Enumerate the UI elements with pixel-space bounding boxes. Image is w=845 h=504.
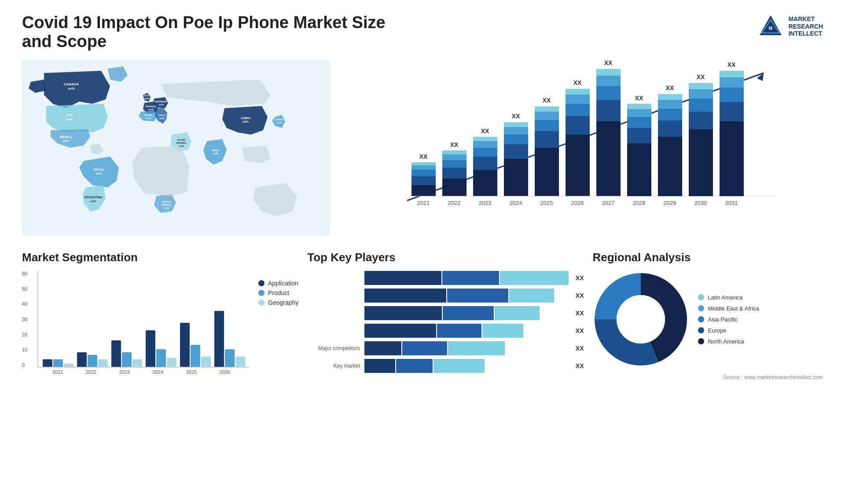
svg-text:CANADA: CANADA bbox=[64, 82, 79, 86]
seg-bar-geo bbox=[98, 359, 108, 367]
svg-text:AFRICA: AFRICA bbox=[162, 204, 172, 206]
seg-bar-prod bbox=[191, 345, 200, 367]
svg-rect-39 bbox=[411, 176, 436, 185]
top-bar-chart: XX XX XX XX bbox=[343, 60, 823, 227]
svg-text:SOUTH: SOUTH bbox=[162, 201, 171, 203]
svg-rect-107 bbox=[689, 89, 713, 99]
svg-text:XX: XX bbox=[727, 61, 736, 68]
logo-text: MARKET RESEARCH INTELLECT bbox=[788, 15, 823, 37]
svg-text:FRANCE: FRANCE bbox=[146, 105, 157, 108]
player-seg-dark bbox=[364, 289, 446, 303]
legend-dot-latin-america bbox=[698, 294, 704, 300]
svg-point-121 bbox=[617, 295, 665, 343]
player-row-3: XX bbox=[307, 306, 584, 320]
svg-text:xx%: xx% bbox=[164, 207, 169, 209]
svg-text:ITALY: ITALY bbox=[158, 114, 165, 117]
logo: M MARKET RESEARCH INTELLECT bbox=[757, 13, 823, 40]
svg-text:xx%: xx% bbox=[159, 117, 165, 120]
svg-text:U.S.: U.S. bbox=[66, 113, 73, 117]
svg-text:XX: XX bbox=[573, 79, 582, 86]
svg-rect-104 bbox=[689, 129, 713, 196]
svg-rect-62 bbox=[535, 148, 559, 196]
svg-text:xx%: xx% bbox=[63, 139, 70, 142]
player-seg-dark bbox=[364, 271, 441, 285]
svg-text:xx%: xx% bbox=[213, 152, 219, 155]
svg-text:ARGENTINA: ARGENTINA bbox=[84, 196, 103, 199]
legend-item-middle-east: Middle East & Africa bbox=[698, 305, 759, 312]
svg-rect-98 bbox=[658, 137, 682, 196]
svg-rect-110 bbox=[720, 121, 744, 196]
svg-rect-99 bbox=[658, 121, 682, 137]
svg-rect-108 bbox=[689, 83, 713, 89]
players-section: Top Key Players XX bbox=[307, 251, 584, 380]
svg-rect-68 bbox=[566, 135, 590, 196]
player-bar-group-1 bbox=[364, 271, 569, 285]
player-seg-light bbox=[482, 324, 523, 338]
svg-text:2028: 2028 bbox=[633, 200, 646, 206]
legend-dot-middle-east bbox=[698, 305, 704, 311]
svg-text:INDIA: INDIA bbox=[212, 149, 220, 152]
svg-rect-69 bbox=[566, 116, 590, 135]
player-bar-group-6 bbox=[364, 359, 569, 373]
svg-text:xx%: xx% bbox=[179, 145, 184, 147]
svg-rect-58 bbox=[504, 135, 528, 144]
seg-bar-app bbox=[214, 311, 224, 367]
svg-rect-105 bbox=[689, 112, 713, 129]
player-bar-group-3 bbox=[364, 306, 569, 320]
svg-text:2025: 2025 bbox=[540, 200, 553, 206]
player-seg-mid bbox=[437, 324, 482, 338]
svg-rect-78 bbox=[596, 69, 621, 76]
source-text: Source : www.marketresearchintellect.com bbox=[592, 374, 823, 380]
svg-text:xx%: xx% bbox=[158, 103, 164, 106]
seg-bar-prod bbox=[88, 355, 97, 367]
svg-rect-112 bbox=[720, 88, 744, 102]
svg-rect-51 bbox=[473, 157, 497, 170]
svg-text:2024: 2024 bbox=[510, 200, 522, 206]
logo-icon: M bbox=[757, 13, 784, 40]
page: Covid 19 Impact On Poe Ip Phone Market S… bbox=[0, 0, 845, 504]
svg-rect-40 bbox=[411, 170, 436, 176]
seg-bar-geo bbox=[132, 359, 142, 367]
player-seg-dark bbox=[364, 359, 395, 373]
svg-text:xx%: xx% bbox=[276, 121, 282, 124]
svg-rect-76 bbox=[596, 86, 621, 100]
seg-bar-prod bbox=[225, 349, 235, 367]
segmentation-section: Market Segmentation 60 50 40 30 20 10 0 bbox=[22, 251, 298, 380]
legend-dot-north-america bbox=[698, 338, 704, 344]
svg-text:2026: 2026 bbox=[571, 200, 584, 206]
svg-marker-0 bbox=[760, 15, 782, 35]
legend-item-geography: Geography bbox=[258, 299, 298, 306]
svg-rect-47 bbox=[442, 154, 467, 160]
player-row-6: Key market XX bbox=[307, 359, 584, 373]
regional-section: Regional Analysis bbox=[592, 251, 823, 380]
top-section: CANADA xx% U.S. xx% MEXICO xx% BRAZIL xx… bbox=[22, 60, 823, 237]
svg-text:2021: 2021 bbox=[417, 200, 430, 206]
seg-legend: Application Product Geography bbox=[258, 280, 298, 375]
svg-rect-44 bbox=[442, 179, 467, 196]
player-label-major: Major competitors bbox=[307, 345, 360, 351]
svg-rect-113 bbox=[720, 77, 744, 88]
svg-text:xx%: xx% bbox=[146, 117, 151, 120]
svg-text:2027: 2027 bbox=[602, 200, 615, 206]
svg-rect-64 bbox=[535, 120, 559, 131]
donut-chart bbox=[592, 271, 689, 368]
svg-rect-52 bbox=[473, 148, 497, 157]
svg-rect-50 bbox=[473, 170, 497, 196]
seg-bar-app bbox=[43, 359, 52, 367]
svg-text:XX: XX bbox=[604, 60, 613, 66]
seg-bar-app bbox=[146, 330, 155, 367]
legend-item-latin-america: Latin America bbox=[698, 294, 759, 301]
svg-text:2022: 2022 bbox=[448, 200, 461, 206]
legend-item-product: Product bbox=[258, 289, 298, 296]
player-row-2: XX bbox=[307, 289, 584, 303]
seg-bar-geo bbox=[235, 357, 245, 367]
svg-text:M: M bbox=[769, 26, 772, 31]
svg-text:ARABIA: ARABIA bbox=[176, 142, 187, 144]
player-row-5: Major competitors XX bbox=[307, 341, 584, 355]
svg-rect-42 bbox=[411, 162, 436, 165]
player-bar-group-4 bbox=[364, 324, 569, 338]
seg-bar-app bbox=[77, 352, 87, 367]
player-seg-mid bbox=[402, 341, 447, 355]
player-row-4: XX bbox=[307, 324, 584, 338]
seg-bar-prod bbox=[156, 349, 166, 367]
